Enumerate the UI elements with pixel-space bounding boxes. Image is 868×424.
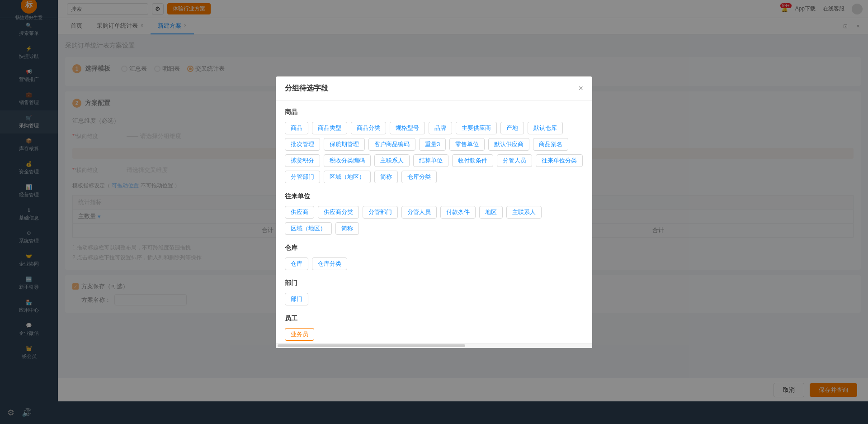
field-salesperson[interactable]: 业务员 [285, 328, 314, 341]
field-tag-pick-score[interactable]: 拣货积分 [285, 154, 320, 167]
field-tag-payment-terms[interactable]: 收付款条件 [452, 154, 493, 167]
partner-field-grid: 供应商 供应商分类 分管部门 分管人员 付款条件 地区 主联系人 区域（地区） … [285, 206, 583, 235]
field-tag-main-supplier[interactable]: 主要供应商 [456, 122, 497, 134]
modal-section-dept: 部门 部门 [285, 279, 583, 305]
field-partner-shortname[interactable]: 简称 [335, 222, 359, 235]
field-tag-goods-type[interactable]: 商品类型 [312, 122, 347, 134]
field-supplier-category[interactable]: 供应商分类 [318, 206, 359, 219]
field-tag-weight[interactable]: 重量3 [419, 138, 446, 151]
warehouse-section-title: 仓库 [285, 244, 583, 252]
field-tag-goods-category[interactable]: 商品分类 [351, 122, 386, 134]
warehouse-field-grid: 仓库 仓库分类 [285, 257, 583, 270]
field-partner-area[interactable]: 区域（地区） [285, 222, 332, 235]
field-tag-tax-code[interactable]: 税收分类编码 [324, 154, 371, 167]
field-partner-dept[interactable]: 分管部门 [363, 206, 398, 219]
field-partner-region[interactable]: 地区 [479, 206, 503, 219]
field-tag-batch[interactable]: 批次管理 [285, 138, 320, 151]
field-tag-main-contact[interactable]: 主联系人 [374, 154, 410, 167]
partner-section-title: 往来单位 [285, 192, 583, 200]
dept-section-title: 部门 [285, 279, 583, 287]
field-tag-spec[interactable]: 规格型号 [390, 122, 425, 134]
field-tag-expiry[interactable]: 保质期管理 [324, 138, 365, 151]
modal-dialog: 分组待选字段 × 商品 商品 商品类型 商品分类 规格型号 品牌 主要供应商 产… [276, 76, 592, 348]
field-tag-goods[interactable]: 商品 [285, 122, 308, 134]
goods-section-title: 商品 [285, 108, 583, 116]
modal-header: 分组待选字段 × [276, 76, 592, 101]
field-tag-manager[interactable]: 分管人员 [497, 154, 532, 167]
modal-section-goods: 商品 商品 商品类型 商品分类 规格型号 品牌 主要供应商 产地 默认仓库 批次… [285, 108, 583, 183]
modal-title: 分组待选字段 [285, 84, 328, 93]
field-tag-dept[interactable]: 分管部门 [285, 171, 320, 183]
field-tag-retail-unit[interactable]: 零售单位 [449, 138, 485, 151]
h-scroll-thumb [278, 344, 465, 347]
modal-h-scrollbar[interactable] [276, 343, 592, 348]
employee-section-title: 员工 [285, 314, 583, 323]
field-tag-origin[interactable]: 产地 [500, 122, 524, 134]
field-dept[interactable]: 部门 [285, 293, 308, 305]
field-tag-customer-code[interactable]: 客户商品编码 [368, 138, 415, 151]
field-partner-contact[interactable]: 主联系人 [506, 206, 542, 219]
field-tag-default-warehouse[interactable]: 默认仓库 [528, 122, 563, 134]
field-tag-brand[interactable]: 品牌 [429, 122, 452, 134]
modal-section-employee: 员工 业务员 [285, 314, 583, 341]
field-tag-settle-unit[interactable]: 结算单位 [413, 154, 448, 167]
field-warehouse[interactable]: 仓库 [285, 257, 308, 270]
field-tag-region[interactable]: 区域（地区） [324, 171, 371, 183]
dept-field-grid: 部门 [285, 293, 583, 305]
modal-section-warehouse: 仓库 仓库 仓库分类 [285, 244, 583, 270]
field-warehouse-cat[interactable]: 仓库分类 [312, 257, 347, 270]
modal-section-partner: 往来单位 供应商 供应商分类 分管部门 分管人员 付款条件 地区 主联系人 区域… [285, 192, 583, 235]
employee-field-grid: 业务员 [285, 328, 583, 341]
modal-close-button[interactable]: × [578, 84, 583, 93]
field-tag-partner-category[interactable]: 往来单位分类 [536, 154, 583, 167]
field-tag-warehouse-category[interactable]: 仓库分类 [401, 171, 437, 183]
modal-body: 商品 商品 商品类型 商品分类 规格型号 品牌 主要供应商 产地 默认仓库 批次… [276, 101, 592, 344]
field-partner-manager[interactable]: 分管人员 [401, 206, 437, 219]
field-supplier[interactable]: 供应商 [285, 206, 314, 219]
modal-overlay: 分组待选字段 × 商品 商品 商品类型 商品分类 规格型号 品牌 主要供应商 产… [0, 0, 868, 424]
field-tag-goods-alias[interactable]: 商品别名 [533, 138, 568, 151]
field-tag-short-name[interactable]: 简称 [374, 171, 398, 183]
field-partner-payment[interactable]: 付款条件 [440, 206, 476, 219]
field-tag-default-supplier[interactable]: 默认供应商 [488, 138, 529, 151]
goods-field-grid: 商品 商品类型 商品分类 规格型号 品牌 主要供应商 产地 默认仓库 批次管理 … [285, 122, 583, 183]
